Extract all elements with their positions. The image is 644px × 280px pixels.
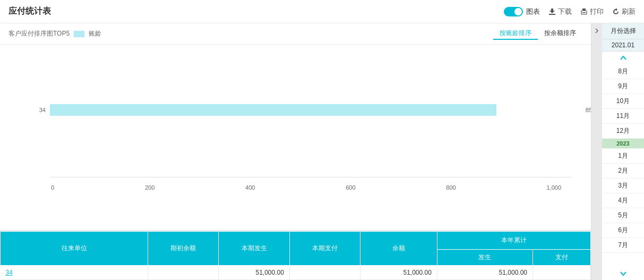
- sidebar-down-button[interactable]: [602, 267, 644, 280]
- refresh-icon: [612, 8, 620, 15]
- svg-rect-2: [582, 9, 586, 11]
- bar-track: 856天: [50, 104, 572, 116]
- print-button[interactable]: 打印: [580, 7, 604, 16]
- col-current-pay: 本期支付: [289, 232, 360, 266]
- header-actions: 图表 下载 打印 刷新: [504, 7, 636, 16]
- sidebar-month-item[interactable]: 12月: [602, 124, 644, 139]
- bar-label: 34: [30, 107, 46, 113]
- chart-toggle-wrap: 图表: [504, 7, 540, 16]
- cell-unit: 34: [1, 266, 148, 280]
- sidebar-up-button[interactable]: [602, 52, 644, 64]
- sidebar-month-item[interactable]: 11月: [602, 109, 644, 124]
- cell-opening: [148, 266, 219, 280]
- chevron-right-icon: [594, 28, 600, 34]
- chart-section: 客户应付排序图TOP5 账龄 按账龄排序 按余额排序 34: [0, 23, 591, 280]
- chart-inner: 34 856天 0 200 400: [8, 50, 582, 199]
- x-tick: 400: [245, 184, 255, 191]
- page-title: 应付统计表: [8, 6, 51, 17]
- sidebar-month-item[interactable]: 4月: [602, 193, 644, 208]
- chart-legend: 客户应付排序图TOP5 账龄: [8, 29, 101, 38]
- col-balance: 余额: [360, 232, 437, 266]
- sidebar-month-item[interactable]: 3月: [602, 179, 644, 193]
- toggle-label: 图表: [526, 7, 540, 16]
- col-ytd-pay: 支付: [533, 250, 591, 266]
- col-ytd: 本年累计: [437, 232, 590, 250]
- col-opening: 期初余额: [148, 232, 219, 266]
- cell-current-pay: [289, 266, 360, 280]
- table-section: 往来单位 期初余额 本期发生 本期支付 余额 本年累计 发生 支付: [0, 230, 591, 280]
- cell-ytd-occur: 51,000.00: [437, 266, 533, 280]
- sort-tab-age[interactable]: 按账龄排序: [493, 28, 538, 40]
- chart-toolbar: 客户应付排序图TOP5 账龄 按账龄排序 按余额排序: [0, 23, 591, 45]
- cell-ytd-pay: [533, 266, 591, 280]
- data-table: 往来单位 期初余额 本期发生 本期支付 余额 本年累计 发生 支付: [0, 231, 591, 280]
- sort-tabs: 按账龄排序 按余额排序: [493, 28, 582, 40]
- sort-tab-balance[interactable]: 按余额排序: [538, 28, 582, 40]
- table-row: 34 856天: [30, 104, 572, 116]
- sidebar-year-marker: 2023: [602, 139, 644, 149]
- main-content: 客户应付排序图TOP5 账龄 按账龄排序 按余额排序 34: [0, 23, 644, 280]
- col-ytd-occur: 发生: [437, 250, 533, 266]
- sidebar-month-item[interactable]: 1月: [602, 149, 644, 164]
- x-tick: 0: [51, 184, 54, 191]
- sidebar-month-item[interactable]: 7月: [602, 238, 644, 253]
- cell-current-occur: 51,000.00: [219, 266, 289, 280]
- refresh-button[interactable]: 刷新: [612, 7, 636, 16]
- x-tick: 200: [145, 184, 154, 191]
- bar-container: 34 856天 0 200 400: [30, 55, 572, 177]
- bar-end-label: 856天: [586, 106, 591, 114]
- sidebar-month-item[interactable]: 6月: [602, 223, 644, 238]
- chevron-up-icon: [619, 54, 628, 62]
- sidebar-toggle[interactable]: [591, 23, 602, 280]
- unit-link[interactable]: 34: [6, 269, 13, 276]
- chevron-down-icon: [619, 269, 628, 278]
- sidebar-month-item[interactable]: 2月: [602, 164, 644, 179]
- table-container: 往来单位 期初余额 本期发生 本期支付 余额 本年累计 发生 支付: [0, 231, 591, 280]
- chart-area: 34 856天 0 200 400: [0, 45, 591, 230]
- legend-box-label: 账龄: [89, 29, 101, 38]
- right-sidebar: 月份选择 2021.01 8月 9月 10月 11月 12月 2023 1月 2…: [602, 23, 644, 280]
- col-unit: 往来单位: [1, 232, 148, 266]
- app-header: 应付统计表 图表 下载 打印 刷新: [0, 0, 644, 23]
- x-tick: 1,000: [546, 184, 561, 191]
- download-button[interactable]: 下载: [548, 7, 572, 16]
- x-tick: 600: [346, 184, 355, 191]
- cell-balance: 51,000.00: [360, 266, 437, 280]
- sidebar-month-item[interactable]: 9月: [602, 79, 644, 94]
- x-axis: 0 200 400 600 800 1,000: [51, 184, 561, 191]
- legend-box: [74, 31, 84, 37]
- bar-fill: [50, 104, 496, 116]
- sidebar-month-header: 月份选择: [602, 23, 644, 39]
- legend-title: 客户应付排序图TOP5: [8, 29, 70, 38]
- svg-rect-0: [549, 14, 555, 15]
- x-tick: 800: [446, 184, 456, 191]
- sidebar-month-item[interactable]: 10月: [602, 94, 644, 109]
- x-axis-line: [50, 177, 572, 177]
- svg-rect-3: [582, 12, 586, 13]
- sidebar-current-period: 2021.01: [602, 39, 644, 52]
- print-icon: [580, 8, 588, 15]
- sidebar-month-item[interactable]: 8月: [602, 64, 644, 79]
- sidebar-month-item[interactable]: 5月: [602, 208, 644, 223]
- table-row: 34 51,000.00 51,000.00 51,000.00: [1, 266, 591, 280]
- col-current-occur: 本期发生: [219, 232, 289, 266]
- chart-toggle[interactable]: [504, 7, 523, 16]
- download-icon: [548, 8, 556, 15]
- sidebar-months-list: 8月 9月 10月 11月 12月 2023 1月 2月 3月 4月 5月 6月…: [602, 64, 644, 267]
